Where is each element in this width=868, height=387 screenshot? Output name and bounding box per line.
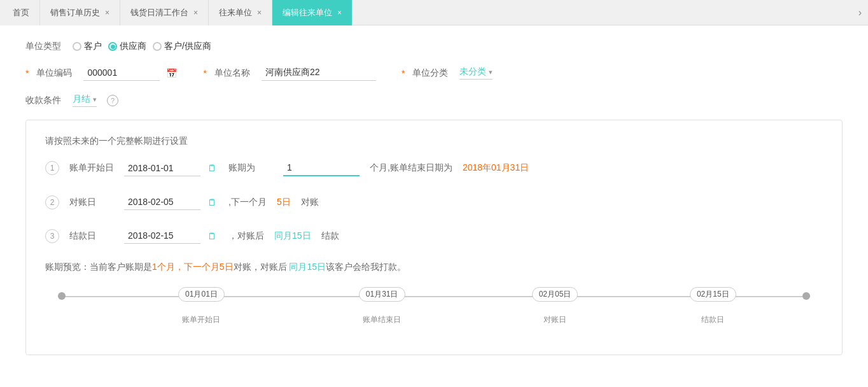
tab-sales-history-close[interactable]: × [105, 8, 109, 17]
preview-mid: 对账，对账后 [234, 262, 287, 272]
step3-row: 3 结款日 🗒 ，对账后同月15日结款 [45, 228, 823, 244]
step1-date-input[interactable] [124, 160, 200, 176]
step2-label: 对账日 [69, 197, 114, 208]
step1-label: 账单开始日 [69, 162, 114, 174]
tab-sales-history[interactable]: 销售订单历史 × [40, 0, 120, 25]
preview-prefix: 账期预览：当前客户账期是 [45, 262, 152, 272]
step2-suffix-pre: ,下一个月 [228, 197, 267, 208]
payment-term-help-icon[interactable]: ? [107, 95, 118, 106]
step3-suffix-pre: ，对账后 [228, 230, 264, 242]
radio-both-circle [153, 42, 162, 51]
step3-label: 结款日 [69, 230, 114, 242]
unit-type-row: 单位类型 客户 供应商 客户/供应商 [25, 41, 843, 52]
category-required-star: * [402, 68, 405, 78]
timeline: 01月01日 账单开始日 01月31日 账单结束日 02月05日 对账日 02月… [58, 288, 810, 339]
unit-code-label: 单位编码 [36, 67, 72, 79]
step1-row: 1 账单开始日 🗒 账期为 个月,账单结束日期为 2018年01月31日 [45, 160, 823, 176]
unit-category-value: 未分类 [459, 66, 486, 78]
tab-partners-close[interactable]: × [257, 8, 262, 17]
unit-code-input[interactable] [83, 65, 160, 81]
tabs-arrow[interactable]: › [852, 7, 868, 18]
timeline-badge-4: 02月15日 [690, 287, 736, 302]
tab-edit-partner[interactable]: 编辑往来单位 × [272, 0, 353, 25]
step3-date-input[interactable] [124, 228, 200, 244]
tab-cashflow-close[interactable]: × [193, 8, 198, 17]
step2-date-group: 🗒 [124, 194, 218, 210]
tab-partners[interactable]: 往来单位 × [209, 0, 272, 25]
timeline-dot-end [802, 292, 810, 300]
step3-num: 3 [45, 229, 59, 243]
preview-suffix: 该客户会给我打款。 [326, 262, 406, 272]
payment-term-value: 月结 [73, 94, 90, 105]
tab-cashflow[interactable]: 钱货日清工作台 × [120, 0, 209, 25]
panel-title: 请按照未来的一个完整帐期进行设置 [45, 136, 823, 147]
step2-num: 2 [45, 195, 59, 209]
preview-p2: 下一个月5日 [184, 262, 234, 272]
step1-period-unit: 个月,账单结束日期为 [370, 162, 452, 174]
unit-type-label: 单位类型 [25, 41, 61, 52]
timeline-point-1: 01月01日 账单开始日 [178, 287, 225, 325]
preview-p1: 1个月， [152, 262, 184, 272]
step2-suffix-highlight: 5日 [277, 197, 291, 208]
timeline-label-3: 对账日 [532, 314, 578, 325]
timeline-point-4: 02月15日 结款日 [690, 287, 736, 325]
radio-customer[interactable]: 客户 [73, 41, 102, 52]
radio-supplier[interactable]: 供应商 [108, 41, 146, 52]
timeline-point-2: 01月31日 账单结束日 [359, 287, 405, 325]
timeline-point-3: 02月05日 对账日 [532, 287, 578, 325]
unit-category-select-wrapper[interactable]: 未分类 ▾ [459, 66, 493, 80]
step2-suffix-post: 对账 [301, 197, 319, 208]
radio-supplier-circle [108, 42, 117, 51]
tabs-bar: 首页 销售订单历史 × 钱货日清工作台 × 往来单位 × 编辑往来单位 × › [0, 0, 868, 25]
timeline-label-2: 账单结束日 [359, 314, 405, 325]
payment-term-chevron: ▾ [93, 95, 97, 104]
code-name-category-row: * 单位编码 📅 * 单位名称 * 单位分类 未分类 ▾ [25, 65, 843, 81]
timeline-label-1: 账单开始日 [178, 314, 225, 325]
payment-terms-row: 收款条件 月结 ▾ ? [25, 94, 843, 107]
timeline-label-4: 结款日 [690, 314, 736, 325]
step3-suffix-post: 结款 [321, 230, 339, 242]
timeline-badge-3: 02月05日 [532, 287, 578, 302]
timeline-badge-2: 01月31日 [359, 287, 405, 302]
preview-text: 账期预览：当前客户账期是1个月，下一个月5日对账，对账后 同月15日该客户会给我… [45, 262, 823, 273]
step2-row: 2 对账日 🗒 ,下一个月5日对账 [45, 194, 823, 210]
timeline-dot-start [58, 292, 66, 300]
step1-num: 1 [45, 161, 59, 175]
timeline-container: 01月01日 账单开始日 01月31日 账单结束日 02月05日 对账日 02月… [45, 288, 823, 339]
unit-name-input[interactable] [262, 65, 376, 81]
step1-period-label: 账期为 [228, 162, 273, 174]
radio-customer-circle [73, 42, 81, 51]
settings-panel: 请按照未来的一个完整帐期进行设置 1 账单开始日 🗒 账期为 个月,账单结束日期… [25, 120, 843, 355]
step3-suffix-highlight: 同月15日 [274, 230, 311, 242]
tab-home[interactable]: 首页 [0, 0, 40, 25]
step3-date-group: 🗒 [124, 228, 218, 244]
unit-code-calendar-icon[interactable]: 📅 [165, 67, 178, 80]
preview-p3: 同月15日 [289, 262, 326, 272]
step2-date-input[interactable] [124, 194, 200, 210]
step1-period-input[interactable] [283, 160, 360, 176]
timeline-badge-1: 01月01日 [178, 287, 225, 302]
tab-edit-partner-close[interactable]: × [337, 8, 342, 17]
payment-term-label: 收款条件 [25, 95, 61, 106]
payment-term-select-wrapper[interactable]: 月结 ▾ [73, 94, 97, 107]
step1-date-group: 🗒 [124, 160, 218, 176]
step1-period-end-date: 2018年01月31日 [463, 162, 529, 174]
unit-category-label: 单位分类 [412, 67, 448, 79]
step1-calendar-icon[interactable]: 🗒 [206, 162, 218, 174]
radio-both[interactable]: 客户/供应商 [153, 41, 211, 52]
unit-code-field-group: 📅 [83, 65, 178, 81]
name-required-star: * [203, 68, 206, 78]
code-required-star: * [25, 68, 29, 78]
main-content: 单位类型 客户 供应商 客户/供应商 * 单位编码 📅 * 单位名称 * 单位分… [0, 25, 868, 387]
step3-calendar-icon[interactable]: 🗒 [206, 230, 218, 243]
unit-category-chevron: ▾ [489, 68, 493, 76]
unit-name-label: 单位名称 [214, 67, 250, 79]
step2-calendar-icon[interactable]: 🗒 [206, 196, 218, 209]
